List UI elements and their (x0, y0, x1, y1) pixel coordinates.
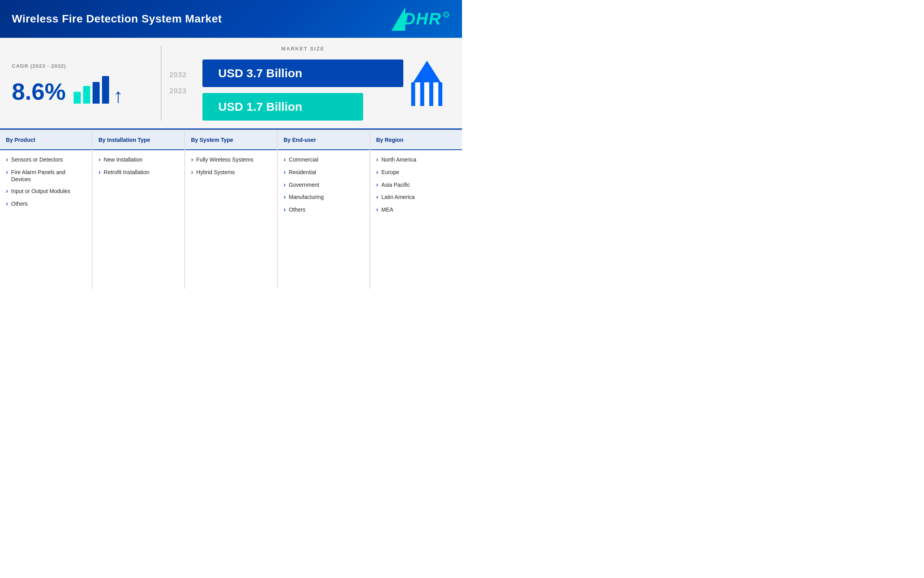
list-item-arrow-icon: › (6, 168, 8, 177)
list-item-label: Asia Pacific (381, 181, 410, 188)
list-item-label: MEA (381, 206, 393, 213)
list-item-arrow-icon: › (191, 156, 193, 164)
list-item: ›Fully Wireless Systems (191, 156, 271, 164)
list-item: ›Others (6, 200, 86, 208)
list-item-arrow-icon: › (376, 181, 378, 189)
list-item-label: Sensors or Detectors (11, 156, 63, 163)
list-item-arrow-icon: › (376, 193, 378, 201)
arrow-triangle-icon (413, 61, 441, 82)
page-title: Wireless Fire Detection System Market (12, 13, 222, 25)
list-item-label: North America (381, 156, 416, 163)
col-header-0: By Product (0, 130, 92, 150)
list-item: ›Input or Output Modules (6, 188, 86, 195)
list-item-arrow-icon: › (376, 206, 378, 214)
list-item-label: New Installation (104, 156, 143, 163)
column-0: By Product›Sensors or Detectors›Fire Ala… (0, 130, 93, 289)
list-item-arrow-icon: › (284, 181, 286, 189)
cagr-main: 8.6% ↑ (12, 72, 149, 104)
list-item: ›Sensors or Detectors (6, 156, 86, 164)
stripe-2 (420, 82, 424, 106)
list-item: ›Others (284, 206, 364, 214)
list-item: ›New Installation (98, 156, 178, 164)
bar-3 (93, 82, 100, 104)
market-size-section: MARKET SIZE USD 3.7 Billion USD 1.7 Bill… (187, 46, 403, 121)
metrics-row: CAGR (2023 - 2032) 8.6% ↑ 2032 2023 MARK… (0, 38, 462, 130)
list-item-arrow-icon: › (284, 206, 286, 214)
list-item: ›MEA (376, 206, 456, 214)
list-item: ›Residential (284, 169, 364, 177)
list-item-arrow-icon: › (6, 187, 8, 195)
list-item: ›Fire Alarm Panels and Devices (6, 169, 86, 183)
list-item-arrow-icon: › (98, 168, 100, 177)
list-item-arrow-icon: › (98, 156, 100, 164)
list-item: ›Europe (376, 169, 456, 177)
market-future-value: USD 3.7 Billion (202, 59, 403, 87)
arrow-body-icon (411, 82, 442, 106)
bar-2 (83, 86, 90, 104)
list-item-arrow-icon: › (284, 168, 286, 177)
list-item-arrow-icon: › (284, 156, 286, 164)
list-item-arrow-icon: › (376, 156, 378, 164)
stripe-1 (411, 82, 415, 106)
cagr-section: CAGR (2023 - 2032) 8.6% ↑ (12, 46, 161, 121)
bar-1 (74, 92, 81, 104)
list-item-label: Hybrid Systems (196, 169, 235, 176)
chart-arrow-icon: ↑ (113, 86, 123, 106)
list-item-label: Input or Output Modules (11, 188, 70, 195)
list-item-label: Fire Alarm Panels and Devices (11, 169, 86, 183)
logo-area: DHR ⚙ (391, 7, 450, 31)
header-section: Wireless Fire Detection System Market DH… (0, 0, 462, 38)
list-item-arrow-icon: › (376, 168, 378, 177)
column-2: By System Type›Fully Wireless Systems›Hy… (185, 130, 278, 289)
col-items-4: ›North America›Europe›Asia Pacific›Latin… (370, 150, 462, 289)
list-item: ›Hybrid Systems (191, 169, 271, 177)
list-item-label: Manufacturing (289, 193, 324, 201)
col-header-4: By Region (370, 130, 462, 150)
column-4: By Region›North America›Europe›Asia Paci… (370, 130, 462, 289)
list-item: ›Latin America (376, 193, 456, 201)
list-item: ›Commercial (284, 156, 364, 164)
list-item: ›Asia Pacific (376, 181, 456, 189)
stripe-gap-3 (435, 82, 437, 106)
years-section: 2032 2023 (161, 46, 187, 121)
col-items-2: ›Fully Wireless Systems›Hybrid Systems (185, 150, 277, 289)
stripe-3 (429, 82, 433, 106)
list-item-label: Residential (289, 169, 316, 176)
col-header-2: By System Type (185, 130, 277, 150)
cagr-value: 8.6% (12, 80, 66, 104)
column-1: By Installation Type›New Installation›Re… (93, 130, 185, 289)
list-item-label: Fully Wireless Systems (196, 156, 253, 163)
list-item-arrow-icon: › (284, 193, 286, 201)
list-item: ›Retrofit Installation (98, 169, 178, 177)
stripe-gap-1 (417, 82, 419, 106)
list-item-arrow-icon: › (191, 168, 193, 177)
list-item-arrow-icon: › (6, 156, 8, 164)
big-arrow-up-icon (411, 61, 442, 106)
list-item-arrow-icon: › (6, 200, 8, 208)
list-item-label: Government (289, 181, 319, 188)
big-arrow-section (403, 46, 450, 121)
cagr-label: CAGR (2023 - 2032) (12, 63, 149, 69)
bar-4 (102, 76, 109, 104)
table-section: By Product›Sensors or Detectors›Fire Ala… (0, 130, 462, 289)
stripe-gap-2 (426, 82, 428, 106)
year-future: 2032 (169, 71, 187, 79)
stripe-4 (438, 82, 442, 106)
logo-text: DHR (403, 9, 442, 28)
list-item-label: Europe (381, 169, 399, 176)
list-item-label: Others (289, 206, 305, 213)
list-item-label: Commercial (289, 156, 318, 163)
list-item: ›Manufacturing (284, 193, 364, 201)
list-item-label: Latin America (381, 193, 415, 201)
col-items-1: ›New Installation›Retrofit Installation (93, 150, 184, 289)
col-items-3: ›Commercial›Residential›Government›Manuf… (278, 150, 369, 289)
list-item: ›North America (376, 156, 456, 164)
market-base-value: USD 1.7 Billion (202, 93, 363, 121)
dhr-logo: DHR ⚙ (391, 7, 450, 31)
year-base: 2023 (169, 87, 187, 95)
main-container: Wireless Fire Detection System Market DH… (0, 0, 462, 289)
column-3: By End-user›Commercial›Residential›Gover… (278, 130, 370, 289)
list-item-label: Retrofit Installation (104, 169, 149, 176)
col-header-3: By End-user (278, 130, 369, 150)
gear-icon: ⚙ (442, 10, 450, 20)
